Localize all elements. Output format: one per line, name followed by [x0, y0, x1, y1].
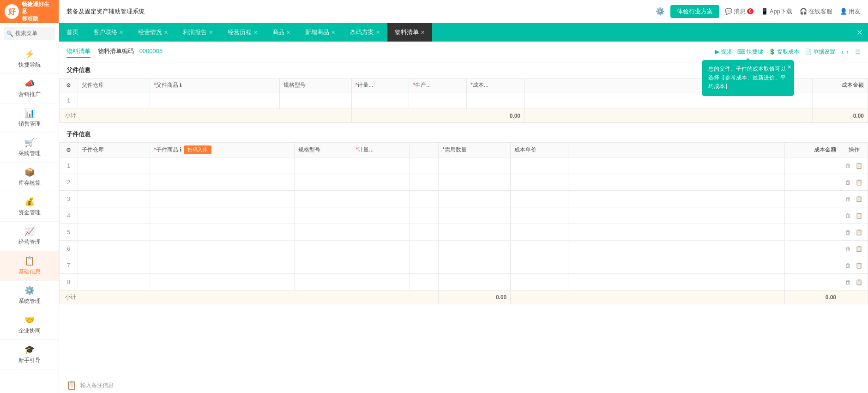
prev-arrow[interactable]: ‹ — [841, 48, 845, 55]
delete-icon-7[interactable]: 🗑 — [845, 279, 851, 285]
sidebar-item-0[interactable]: ⚡ 快捷导航 — [0, 44, 59, 74]
child-row-qty-3[interactable] — [439, 207, 511, 224]
child-row-product-4[interactable] — [150, 224, 294, 241]
app-download-button[interactable]: 📱 App下载 — [761, 7, 792, 16]
child-row-product-0[interactable] — [150, 157, 294, 174]
tab-close-4[interactable]: ✕ — [253, 30, 258, 36]
online-service-button[interactable]: 🎧 在线客服 — [800, 7, 832, 16]
child-row-spec-3[interactable] — [294, 207, 352, 224]
child-row-product-2[interactable] — [150, 191, 294, 207]
child-row-warehouse-6[interactable] — [78, 257, 150, 274]
child-row-unit-3[interactable] — [352, 207, 410, 224]
parent-row-spec-0[interactable] — [279, 92, 351, 109]
sidebar-item-7[interactable]: 📋 基础信息 — [0, 251, 59, 281]
child-row-warehouse-3[interactable] — [78, 207, 150, 224]
tab-close-1[interactable]: ✕ — [119, 30, 123, 36]
sidebar-item-4[interactable]: 📦 库存核算 — [0, 163, 59, 192]
shortcut-action[interactable]: ⌨ 快捷键 — [737, 48, 763, 56]
sidebar-item-10[interactable]: 🎓 新手引导 — [0, 340, 59, 369]
sidebar-item-6[interactable]: 📈 经营管理 — [0, 222, 59, 251]
child-row-spec-0[interactable] — [294, 157, 352, 174]
copy-icon-2[interactable]: 📋 — [856, 196, 862, 202]
sidebar-item-5[interactable]: 💰 资金管理 — [0, 192, 59, 222]
child-row-qty-4[interactable] — [439, 224, 511, 241]
child-row-qty-2[interactable] — [439, 191, 511, 207]
child-row-product-6[interactable] — [150, 257, 294, 274]
tab-close-2[interactable]: ✕ — [164, 30, 168, 36]
nav-tab-1[interactable]: 客户联络 ✕ — [86, 23, 131, 42]
child-row-product-7[interactable] — [150, 274, 294, 290]
settings-action[interactable]: 📄 单据设置 — [805, 48, 835, 56]
tab-close-6[interactable]: ✕ — [331, 30, 335, 36]
nav-tab-5[interactable]: 商品 ✕ — [265, 23, 298, 42]
child-row-unitcost-6[interactable] — [511, 257, 568, 274]
tab-close-7[interactable]: ✕ — [376, 30, 380, 36]
tab-close-5[interactable]: ✕ — [286, 30, 290, 36]
child-row-spec-2[interactable] — [294, 191, 352, 207]
child-row-warehouse-5[interactable] — [78, 241, 150, 257]
child-row-unitcost-7[interactable] — [511, 274, 568, 290]
delete-icon-1[interactable]: 🗑 — [845, 179, 851, 186]
copy-icon-3[interactable]: 📋 — [856, 212, 862, 219]
delete-icon-6[interactable]: 🗑 — [845, 262, 851, 269]
child-row-unitcost-2[interactable] — [511, 191, 568, 207]
cost-action[interactable]: 💲 提取成本 — [769, 48, 799, 56]
nav-tab-4[interactable]: 经营历程 ✕ — [220, 23, 265, 42]
copy-icon-7[interactable]: 📋 — [856, 279, 862, 285]
sub-tab-bill-list[interactable]: 物料清单 — [66, 45, 90, 58]
experience-button[interactable]: 体验行业方案 — [670, 5, 719, 18]
child-row-unitcost-1[interactable] — [511, 174, 568, 191]
child-row-qty-1[interactable] — [439, 174, 511, 191]
next-arrow[interactable]: › — [845, 48, 850, 55]
child-row-spec-1[interactable] — [294, 174, 352, 191]
child-row-qty-6[interactable] — [439, 257, 511, 274]
child-row-unit-4[interactable] — [352, 224, 410, 241]
child-row-unitcost-5[interactable] — [511, 241, 568, 257]
parent-row-product-0[interactable] — [150, 92, 279, 109]
search-menu-button[interactable]: 🔍 搜索菜单 — [4, 27, 55, 40]
delete-icon-5[interactable]: 🗑 — [845, 246, 851, 252]
child-row-unit-0[interactable] — [352, 157, 410, 174]
nav-tab-3[interactable]: 利润报告 ✕ — [175, 23, 220, 42]
sidebar-item-8[interactable]: ⚙️ 系统管理 — [0, 281, 59, 310]
scan-button[interactable]: 扫码入库 — [184, 145, 211, 154]
nav-tab-2[interactable]: 经营情况 ✕ — [131, 23, 175, 42]
child-row-unit-5[interactable] — [352, 241, 410, 257]
child-row-warehouse-0[interactable] — [78, 157, 150, 174]
delete-icon-0[interactable]: 🗑 — [845, 163, 851, 169]
parent-row-warehouse-0[interactable] — [78, 92, 150, 109]
sidebar-item-9[interactable]: 🤝 企业协同 — [0, 310, 59, 340]
child-row-unit-7[interactable] — [352, 274, 410, 290]
user-button[interactable]: 👤 用友 — [840, 7, 861, 16]
child-row-unit-1[interactable] — [352, 174, 410, 191]
child-row-warehouse-2[interactable] — [78, 191, 150, 207]
child-row-product-3[interactable] — [150, 207, 294, 224]
copy-icon-0[interactable]: 📋 — [856, 163, 862, 169]
copy-icon-6[interactable]: 📋 — [856, 262, 862, 269]
sidebar-item-2[interactable]: 📊 销售管理 — [0, 103, 59, 133]
sidebar-item-1[interactable]: 📣 营销推广 — [0, 74, 59, 103]
tab-close-3[interactable]: ✕ — [209, 30, 213, 36]
child-row-spec-6[interactable] — [294, 257, 352, 274]
nav-tab-6[interactable]: 新增商品 ✕ — [298, 23, 343, 42]
child-row-product-5[interactable] — [150, 241, 294, 257]
child-row-qty-7[interactable] — [439, 274, 511, 290]
child-row-warehouse-4[interactable] — [78, 224, 150, 241]
child-row-qty-5[interactable] — [439, 241, 511, 257]
copy-icon-1[interactable]: 📋 — [856, 179, 862, 186]
child-row-spec-5[interactable] — [294, 241, 352, 257]
message-button[interactable]: 💬 消息 6 — [725, 7, 753, 16]
parent-row-produce-0[interactable] — [409, 92, 467, 109]
child-row-unit-2[interactable] — [352, 191, 410, 207]
child-row-product-1[interactable] — [150, 174, 294, 191]
note-placeholder[interactable]: 输入备注信息 — [80, 381, 114, 389]
tooltip-close-button[interactable]: × — [788, 62, 791, 72]
child-row-qty-0[interactable] — [439, 157, 511, 174]
close-all-tabs[interactable]: ✕ — [851, 28, 868, 37]
copy-icon-4[interactable]: 📋 — [856, 229, 862, 236]
settings-icon[interactable]: ⚙️ — [656, 7, 665, 16]
nav-tab-7[interactable]: 条码方案 ✕ — [343, 23, 387, 42]
child-row-unit-6[interactable] — [352, 257, 410, 274]
child-row-unitcost-4[interactable] — [511, 224, 568, 241]
delete-icon-3[interactable]: 🗑 — [845, 212, 851, 219]
